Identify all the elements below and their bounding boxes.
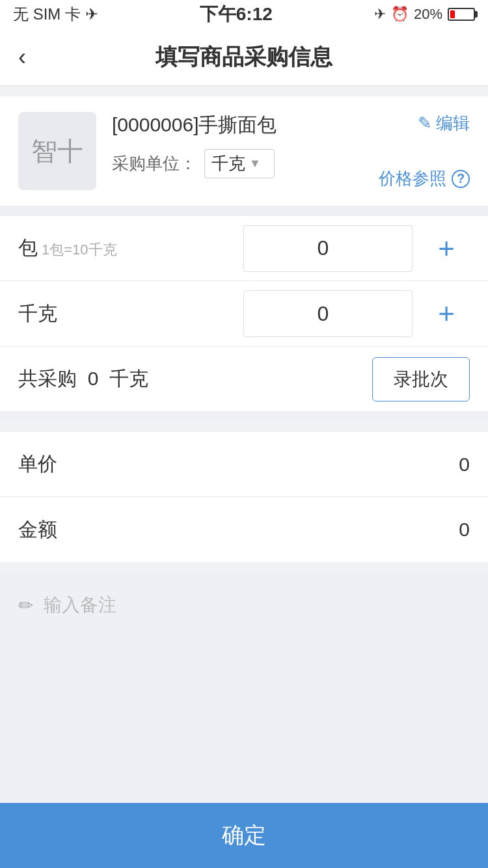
notes-placeholder: 输入备注	[44, 593, 116, 617]
nav-bar: ‹ 填写商品采购信息	[0, 29, 488, 86]
total-amount: 0	[88, 368, 99, 389]
status-right: ✈ ⏰ 20%	[374, 6, 475, 23]
unit-select[interactable]: 千克 ▼	[204, 149, 275, 178]
page-title: 填写商品采购信息	[156, 42, 332, 72]
kg-plus-button[interactable]: +	[423, 290, 470, 337]
status-bar: 无 SIM 卡 ✈ 下午6:12 ✈ ⏰ 20%	[0, 0, 488, 29]
unit-value: 千克	[211, 152, 245, 175]
total-unit: 千克	[109, 368, 148, 389]
product-logo: 智十	[31, 133, 83, 169]
battery-percent: 20%	[414, 6, 442, 23]
bag-plus-button[interactable]: +	[423, 225, 470, 272]
price-ref-icon: ?	[452, 170, 470, 188]
kg-label: 千克	[18, 301, 122, 327]
edit-icon: ✎	[418, 113, 432, 133]
unit-price-value: 0	[459, 454, 470, 476]
alarm-icon: ⏰	[391, 6, 409, 23]
edit-label: 编辑	[436, 112, 470, 135]
total-text: 共采购 0 千克	[18, 366, 148, 392]
unit-price-row: 单价 0	[0, 432, 488, 497]
amount-row: 金额 0	[0, 497, 488, 562]
bag-label: 包1包=10千克	[18, 235, 122, 262]
section-divider-1	[0, 206, 488, 216]
price-section: 单价 0 金额 0	[0, 432, 488, 562]
product-card: 智十 [0000006]手撕面包 采购单位： 千克 ▼ ✎ 编辑 价格参照 ?	[0, 96, 488, 206]
total-prefix: 共采购	[18, 368, 77, 389]
section-divider-2	[0, 411, 488, 422]
batch-button[interactable]: 录批次	[372, 357, 470, 401]
product-name: [0000006]手撕面包	[112, 112, 470, 139]
amount-label: 金额	[18, 517, 57, 543]
product-image: 智十	[18, 112, 96, 190]
battery-icon	[448, 8, 475, 21]
location-icon: ✈	[374, 6, 386, 23]
unit-dropdown-arrow: ▼	[249, 157, 261, 170]
amount-value: 0	[459, 519, 470, 541]
kg-quantity-input[interactable]	[243, 290, 413, 337]
sim-status: 无 SIM 卡 ✈	[13, 4, 98, 25]
bag-quantity-input[interactable]	[243, 225, 413, 272]
unit-price-label: 单价	[18, 451, 57, 478]
kg-input-right: +	[122, 290, 470, 337]
edit-button[interactable]: ✎ 编辑	[418, 112, 470, 135]
kg-input-row: 千克 +	[0, 281, 488, 346]
total-row: 共采购 0 千克 录批次	[0, 346, 488, 411]
price-ref-label: 价格参照	[379, 167, 446, 190]
notes-section[interactable]: ✏ 输入备注	[0, 573, 488, 638]
status-time: 下午6:12	[200, 2, 273, 27]
bag-input-row: 包1包=10千克 +	[0, 216, 488, 281]
input-section: 包1包=10千克 + 千克 +	[0, 216, 488, 346]
unit-prefix-label: 采购单位：	[112, 152, 197, 175]
bag-input-right: +	[122, 225, 470, 272]
notes-icon: ✏	[18, 595, 33, 616]
confirm-button[interactable]: 确定	[0, 803, 488, 868]
price-ref-button[interactable]: 价格参照 ?	[379, 167, 470, 190]
back-button[interactable]: ‹	[18, 44, 26, 71]
bag-sublabel: 1包=10千克	[42, 241, 117, 258]
status-left: 无 SIM 卡 ✈	[13, 4, 98, 25]
